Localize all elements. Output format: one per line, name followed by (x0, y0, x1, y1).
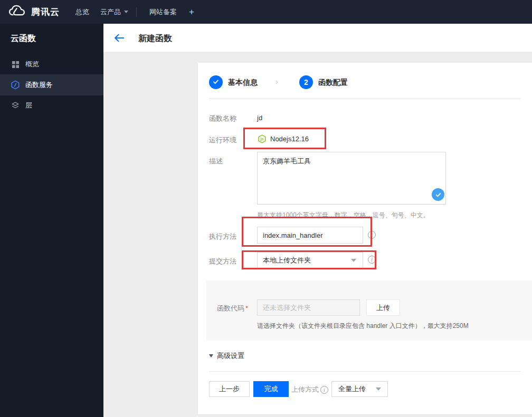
check-icon (212, 78, 220, 87)
caret-down-icon (376, 387, 381, 391)
info-icon[interactable]: i (320, 386, 328, 394)
runtime-value-row: js Nodejs12.16 (258, 134, 309, 143)
step2-label: 函数配置 (318, 78, 348, 88)
tencent-cloud-brand[interactable]: 腾讯云 (7, 0, 60, 24)
sidebar-item-functions[interactable]: 函数服务 (0, 74, 103, 95)
nodejs-icon: js (258, 134, 267, 143)
description-hint: 最大支持1000个英文字母，数字，空格，逗号、句号、中文。 (257, 211, 430, 220)
nav-item-overview[interactable]: 总览 (75, 0, 89, 24)
function-code-section: 函数代码* 上传 请选择文件夹（该文件夹根目录应包含 handler 入口文件）… (206, 280, 532, 341)
sidebar-item-layers[interactable]: 层 (0, 95, 103, 115)
nav-item-icp[interactable]: 网站备案 (149, 0, 177, 24)
sidebar-item-label: 层 (25, 101, 32, 110)
required-asterisk: * (245, 304, 248, 312)
function-code-label: 函数代码* (217, 304, 248, 313)
brand-name: 腾讯云 (31, 6, 60, 18)
advanced-settings-label: 高级设置 (217, 351, 244, 361)
triangle-down-icon (209, 354, 213, 357)
sidebar: 云函数 概览 函数服务 层 (0, 24, 103, 417)
step2-number: 2 (304, 78, 308, 86)
nav-item-products-label: 云产品 (100, 7, 121, 17)
handler-input[interactable] (257, 227, 363, 244)
nav-divider (136, 7, 137, 17)
grid-icon (11, 60, 20, 69)
upload-button[interactable]: 上传 (366, 299, 400, 316)
sidebar-item-label: 概览 (25, 60, 39, 69)
description-label: 描述 (209, 157, 223, 166)
tencent-cloud-logo-icon (7, 4, 26, 20)
info-icon[interactable]: i (368, 256, 376, 264)
top-navbar: 腾讯云 总览 云产品 网站备案 + (0, 0, 532, 24)
function-code-hint: 请选择文件夹（该文件夹根目录应包含 handler 入口文件），最大支持250M (257, 322, 469, 331)
layers-icon (11, 101, 20, 110)
description-textarea[interactable]: 京东薅羊毛工具 (257, 152, 446, 205)
runtime-label: 运行环境 (209, 135, 236, 145)
upload-mode-value: 全量上传 (338, 384, 366, 394)
back-arrow-icon[interactable] (113, 33, 126, 44)
folder-path-input[interactable] (257, 299, 360, 316)
add-tab-button[interactable]: + (189, 0, 194, 24)
stepper-divider (209, 99, 521, 99)
submit-method-value: 本地上传文件夹 (263, 256, 311, 265)
scf-hexagon-icon (11, 80, 20, 90)
svg-text:js: js (260, 137, 264, 141)
previous-step-button[interactable]: 上一步 (209, 381, 250, 397)
success-check-icon (432, 188, 444, 201)
advanced-settings-toggle[interactable]: 高级设置 (209, 351, 244, 361)
sidebar-item-label: 函数服务 (25, 80, 53, 90)
function-name-label: 函数名称 (209, 114, 236, 123)
page-title: 新建函数 (138, 33, 172, 44)
sidebar-item-overview[interactable]: 概览 (0, 54, 103, 74)
chevron-right-icon: › (276, 77, 278, 86)
upload-mode-label: 上传方式 i (291, 385, 328, 394)
runtime-value: Nodejs12.16 (270, 135, 309, 143)
step2-circle: 2 (299, 75, 313, 89)
sidebar-title: 云函数 (11, 33, 36, 44)
handler-label: 执行方法 (209, 232, 236, 241)
create-function-card: 基本信息 › 2 函数配置 函数名称 jd 运行环境 js Nodejs12.1… (198, 63, 532, 414)
submit-method-select[interactable]: 本地上传文件夹 (257, 252, 363, 268)
footer-divider (209, 371, 521, 372)
function-code-label-text: 函数代码 (217, 304, 244, 312)
step1-done-circle (209, 75, 223, 89)
upload-mode-label-text: 上传方式 (291, 385, 319, 394)
step1-label: 基本信息 (228, 78, 258, 88)
finish-button[interactable]: 完成 (253, 381, 289, 397)
upload-mode-select[interactable]: 全量上传 (331, 381, 388, 397)
page-header: 新建函数 (103, 24, 532, 53)
submit-method-label: 提交方法 (209, 257, 236, 266)
nav-item-products[interactable]: 云产品 (100, 0, 128, 24)
caret-down-icon (351, 259, 356, 262)
function-name-value: jd (257, 114, 262, 122)
caret-down-icon (124, 11, 128, 13)
info-icon[interactable]: i (368, 231, 376, 239)
